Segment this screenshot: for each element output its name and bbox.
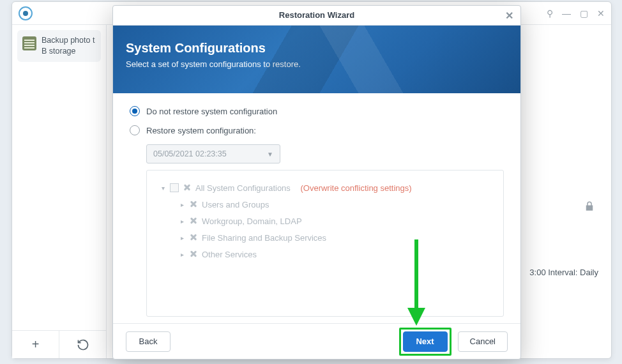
radio-label-1: Do not restore system configuration (146, 107, 277, 116)
tree-item-label: File Sharing and Backup Services (202, 233, 326, 243)
wrench-icon (183, 183, 192, 192)
tree-item[interactable]: ▸ Users and Groups (153, 196, 492, 213)
expander-icon[interactable]: ▸ (179, 201, 185, 208)
dialog-banner: System Configurations Select a set of sy… (113, 26, 520, 94)
radio-unselected-icon (130, 125, 140, 135)
tree-root-label: All System Configurations (195, 183, 291, 193)
expander-icon[interactable]: ▸ (179, 218, 185, 225)
tree-item[interactable]: ▸ File Sharing and Backup Services (153, 229, 492, 246)
radio-selected-icon (130, 106, 140, 116)
tree-item[interactable]: ▸ Other Services (153, 246, 492, 262)
version-dropdown[interactable]: 05/05/2021 02:23:35 ▼ (146, 144, 280, 163)
close-parent-icon[interactable]: ✕ (597, 8, 605, 19)
dialog-titlebar: Restoration Wizard ✕ (113, 6, 520, 26)
radio-label-2: Restore system configuration: (146, 126, 256, 135)
app-logo-icon (19, 6, 33, 20)
wrench-icon (189, 250, 198, 259)
config-tree: ▾ All System Configurations (Overwrite c… (146, 170, 504, 317)
wrench-icon (189, 233, 198, 242)
restoration-wizard-dialog: Restoration Wizard ✕ System Configuratio… (112, 5, 521, 360)
tree-item-label: Users and Groups (202, 200, 269, 209)
restore-button[interactable] (59, 331, 106, 358)
schedule-text: 3:00 Interval: Daily (529, 268, 598, 277)
expander-icon[interactable]: ▸ (179, 251, 185, 258)
checkbox-icon[interactable] (170, 183, 179, 192)
sidebar: Backup photo t B storage + (12, 25, 107, 358)
expander-icon[interactable]: ▸ (179, 234, 185, 241)
banner-title: System Configurations (126, 41, 501, 56)
tree-item[interactable]: ▸ Workgroup, Domain, LDAP (153, 213, 492, 229)
chevron-down-icon: ▼ (267, 151, 273, 158)
tree-root[interactable]: ▾ All System Configurations (Overwrite c… (153, 179, 492, 196)
next-highlight-annotation: Next (399, 328, 451, 356)
task-line1: Backup photo t (42, 35, 95, 46)
wrench-icon (189, 200, 198, 209)
add-task-button[interactable]: + (12, 331, 59, 358)
next-button[interactable]: Next (403, 331, 448, 352)
lock-icon (580, 197, 598, 215)
radio-restore[interactable]: Restore system configuration: (130, 125, 504, 135)
pin-icon[interactable]: ⚲ (547, 8, 553, 19)
cancel-button[interactable]: Cancel (458, 331, 508, 352)
close-dialog-icon[interactable]: ✕ (503, 10, 515, 22)
dialog-footer: Back Next Cancel (113, 323, 520, 359)
dialog-title: Restoration Wizard (279, 10, 354, 20)
tree-item-label: Workgroup, Domain, LDAP (202, 216, 302, 226)
tree-root-warning: (Overwrite conflicting settings) (300, 183, 411, 193)
radio-do-not-restore[interactable]: Do not restore system configuration (130, 106, 504, 116)
tree-item-label: Other Services (202, 250, 257, 259)
expander-icon[interactable]: ▾ (160, 185, 166, 192)
back-button[interactable]: Back (126, 331, 171, 352)
backup-task-card[interactable]: Backup photo t B storage (17, 30, 101, 62)
minimize-icon[interactable]: — (562, 8, 571, 19)
maximize-icon[interactable]: ▢ (580, 8, 588, 19)
banner-subtitle: Select a set of system configurations to… (126, 59, 501, 69)
calendar-icon (22, 36, 36, 50)
dropdown-value: 05/05/2021 02:23:35 (153, 149, 227, 158)
wrench-icon (189, 216, 198, 225)
task-line2: B storage (42, 46, 95, 57)
